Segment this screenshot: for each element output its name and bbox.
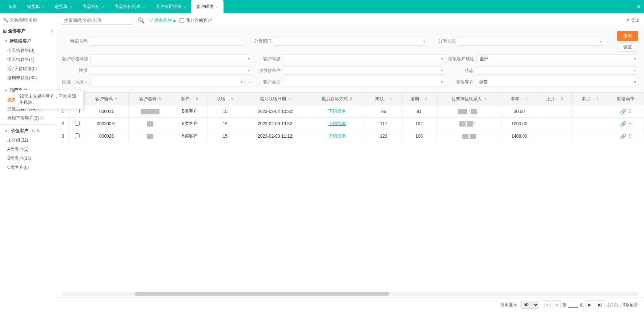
my-customers-checkbox-label[interactable]: 我分管的客户 [180, 17, 212, 24]
filter-cust-tier-label: 客户等级 [255, 56, 281, 62]
horizontal-scrollbar[interactable] [62, 292, 638, 296]
region-more-button[interactable]: ··· [248, 79, 252, 85]
filter-dept-select[interactable] [274, 37, 427, 46]
close-purchase-icon[interactable]: × [70, 4, 72, 9]
th-contact: 联络... ⇅ [208, 93, 243, 105]
td-name-0: ██████ [128, 105, 172, 118]
filter-region-select[interactable] [90, 78, 245, 86]
th-cust-type: 客户... ⇅ [172, 93, 208, 105]
td-check-1 [69, 118, 85, 130]
filter-manager-select[interactable] [458, 37, 604, 46]
sidebar-group-value[interactable]: ▼ 价值客户 ↻ ✎ [0, 126, 56, 136]
row-checkbox-1[interactable] [75, 121, 80, 126]
prev-page-button[interactable]: ◀ [552, 300, 561, 309]
filter-retail-cust-select[interactable]: 全部 [476, 78, 638, 86]
action-menu-icon-2[interactable]: ⠿ [628, 133, 632, 139]
nav-product-list[interactable]: 商品分析列表 × [109, 0, 150, 13]
filter-cust-type-select[interactable] [283, 78, 445, 86]
last-way-link-2[interactable]: 下销货单 [328, 133, 346, 138]
filter-phone-input[interactable] [90, 37, 243, 46]
query-button[interactable]: 查询 [617, 31, 638, 41]
filter-region-label: 区域（地区） [62, 79, 88, 85]
nav-purchase[interactable]: 进货单 × [49, 0, 77, 13]
export-button[interactable]: ↗ 导出 [626, 17, 640, 24]
action-link-icon-0[interactable]: 🔗 [620, 109, 626, 114]
sort-type-icon: ⇅ [196, 97, 198, 101]
close-tier-icon[interactable]: × [184, 4, 186, 9]
sidebar-all-customers[interactable]: ⊞ 全部客户 « [0, 26, 56, 36]
sidebar-item-today[interactable]: 今天待联络(0) [0, 46, 56, 55]
last-page-button[interactable]: ▶| [596, 300, 604, 309]
refresh-icon[interactable]: ↻ [31, 129, 35, 134]
settings-button[interactable]: 设置 [617, 42, 638, 52]
page-total-label: 页 [580, 302, 584, 308]
edit-icon[interactable]: ✎ [36, 129, 40, 134]
filter-dept: 分管部门 ▾ [246, 37, 427, 46]
filter-cust-tier-select[interactable] [283, 54, 445, 63]
sidebar-item-tomorrow[interactable]: 明天待联络(1) [0, 55, 56, 64]
td-type-1: B类客户 [172, 118, 208, 130]
sidebar-item-ungrouped[interactable]: 未分组(32) [0, 136, 56, 145]
scrollbar-thumb[interactable] [135, 292, 389, 296]
action-link-icon-2[interactable]: 🔗 [620, 133, 626, 139]
action-menu-icon-0[interactable]: ⠿ [628, 109, 632, 114]
nav-customer-tier[interactable]: 客户分层经营 × [150, 0, 191, 13]
next-page-button[interactable]: ▶ [585, 300, 594, 309]
td-date-2: 2023-02-03 11:12: [243, 130, 308, 142]
filter-status-select[interactable] [476, 66, 638, 75]
window-close-icon[interactable]: ✕ [636, 3, 641, 10]
filter-price-tier-label: 客户价格等级 [62, 56, 88, 62]
sidebar-group-pending[interactable]: ▼ 待联络客户 [0, 36, 56, 46]
td-lmonth-2 [537, 130, 573, 142]
filter-nature-select[interactable] [90, 66, 252, 75]
sidebar-item-7days[interactable]: 近7天待联络(0) [0, 64, 56, 73]
sidebar-item-declining[interactable]: 持续下滑客户(2) ⓘ [0, 114, 56, 123]
td-overdue-2: 108 [401, 130, 437, 142]
td-date-1: 2023-02-09 19:52: [243, 118, 308, 130]
td-way-2: 下销货单 [308, 130, 366, 142]
more-conditions-button[interactable]: ▽ 更多条件 ▲ [149, 17, 177, 24]
filter-row-1: 电话号码 分管部门 ▾ 分管人员 ▾ ··· [62, 31, 638, 52]
close-sales-icon[interactable]: × [42, 4, 44, 9]
action-menu-icon-1[interactable]: ⠿ [628, 121, 632, 127]
close-list-icon[interactable]: × [143, 4, 145, 9]
close-analysis-icon[interactable]: × [102, 4, 104, 9]
td-date-0: 2023-03-02 10:30: [243, 105, 308, 118]
sidebar-item-a-class[interactable]: A类客户(1) [0, 145, 56, 154]
search-input[interactable] [61, 16, 133, 25]
filter-retail-cust: 零散客户 全部 ▾ [448, 78, 638, 86]
sort-name-icon: ⇅ [158, 97, 161, 101]
sidebar-item-b-class[interactable]: B类客户(33) [0, 154, 56, 163]
last-way-link-0[interactable]: 下销货单 [328, 109, 346, 114]
td-unit-contact-2: ██ ██ [437, 130, 502, 142]
td-actions-0: 🔗 ⠿ [608, 105, 644, 118]
first-page-button[interactable]: |◀ [542, 300, 551, 309]
td-no-2: 3 [56, 130, 69, 142]
sidebar-item-overdue[interactable]: 逾期未联络(30) [0, 73, 56, 82]
th-this-month: 本月... ⇅ [572, 93, 608, 105]
td-contact-2: 15 [208, 130, 243, 142]
row-checkbox-0[interactable] [75, 109, 80, 113]
page-number-input[interactable]: 1 [568, 302, 578, 308]
sidebar-item-c-class[interactable]: C类客户(6) [0, 163, 56, 172]
search-button[interactable]: 🔍 [136, 17, 146, 24]
grid-icon: ⊞ [3, 29, 7, 34]
nav-home[interactable]: 首页 [3, 0, 22, 13]
manager-more-button[interactable]: ··· [607, 39, 611, 44]
row-checkbox-2[interactable] [75, 133, 80, 138]
filter-retail-attr-select[interactable]: 全部 [476, 54, 638, 63]
nav-product-analysis[interactable]: 商品分析 × [77, 0, 109, 13]
my-customers-checkbox[interactable] [180, 18, 184, 23]
sidebar-search-input[interactable] [10, 17, 53, 23]
filter-price-tier-select[interactable] [90, 54, 252, 63]
td-lmonth-1 [537, 118, 573, 130]
nav-sales[interactable]: 销货单 × [22, 0, 49, 13]
action-link-icon-1[interactable]: 🔗 [620, 121, 626, 127]
filter-payment-select[interactable] [283, 66, 445, 75]
per-page-select[interactable]: 50 20 100 [520, 301, 539, 309]
th-last-way: 最后联络方式 ⇅ [308, 93, 366, 105]
last-way-link-1[interactable]: 下销货单 [328, 121, 346, 126]
filter-manager-select-wrap: ▾ [458, 37, 604, 46]
close-contact-icon[interactable]: × [216, 4, 218, 9]
nav-customer-contact[interactable]: 客户联络 × [191, 0, 223, 13]
